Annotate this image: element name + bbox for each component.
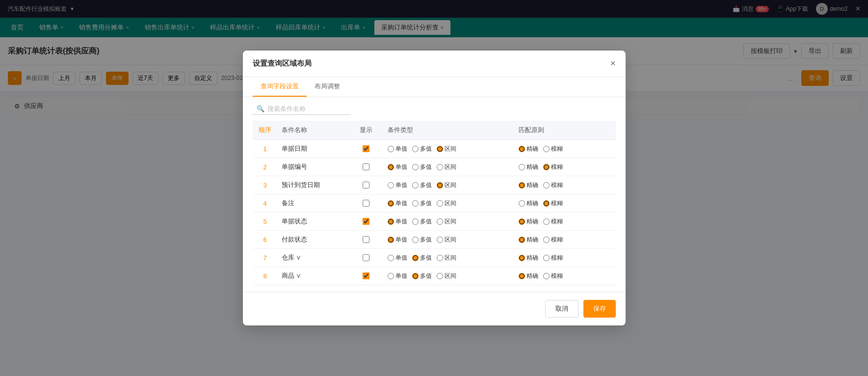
search-input[interactable] xyxy=(267,105,346,112)
search-input-wrap: 🔍 xyxy=(253,103,351,115)
tab-layout-adjust[interactable]: 布局调整 xyxy=(307,77,348,97)
settings-dialog: 设置查询区域布局 × 查询字段设置 布局调整 🔍 顺序 xyxy=(243,51,626,121)
tab-query-fields-label: 查询字段设置 xyxy=(261,82,299,90)
tab-query-fields[interactable]: 查询字段设置 xyxy=(253,77,307,97)
search-icon: 🔍 xyxy=(257,105,264,112)
dialog-overlay: 设置查询区域布局 × 查询字段设置 布局调整 🔍 顺序 xyxy=(0,0,868,121)
tab-layout-adjust-label: 布局调整 xyxy=(315,82,340,90)
dialog-title: 设置查询区域布局 xyxy=(253,59,312,68)
dialog-tabs: 查询字段设置 布局调整 xyxy=(243,77,626,97)
dialog-search-area: 🔍 xyxy=(243,97,626,121)
dialog-close-button[interactable]: × xyxy=(610,58,616,69)
dialog-header: 设置查询区域布局 × xyxy=(243,51,626,77)
